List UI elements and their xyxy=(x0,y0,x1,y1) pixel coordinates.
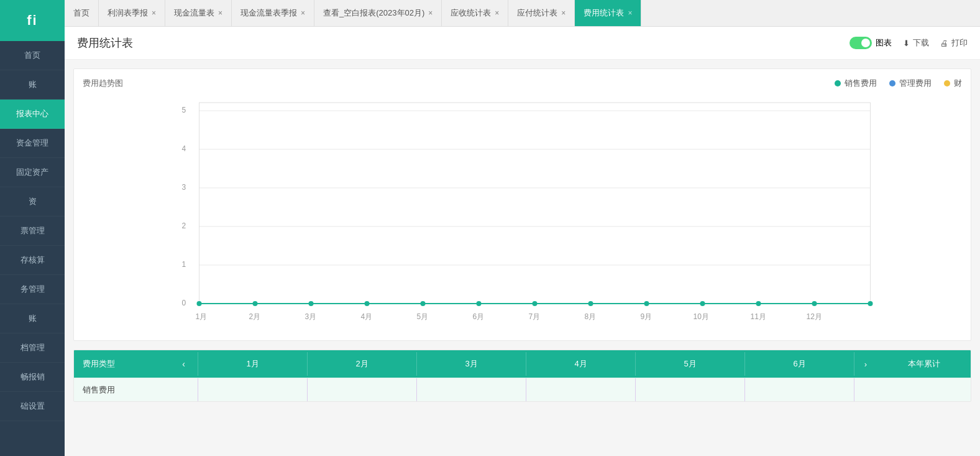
svg-text:11月: 11月 xyxy=(751,312,766,321)
sidebar-item-settings[interactable]: 础设置 xyxy=(0,392,65,421)
th-month-6: 6月 xyxy=(745,352,854,376)
legend-dot-admin xyxy=(889,80,895,86)
svg-point-16 xyxy=(365,301,370,306)
svg-text:1: 1 xyxy=(182,260,186,269)
sidebar-item-assets[interactable]: 固定资产 xyxy=(0,158,65,187)
tab-bar: 首页 利润表季报 × 现金流量表 × 现金流量表季报 × 查看_空白报表(202… xyxy=(65,0,980,27)
next-months-button[interactable]: › xyxy=(854,360,877,369)
header-actions: 图表 ⬇ 下载 🖨 打印 xyxy=(849,37,968,49)
svg-text:2月: 2月 xyxy=(249,312,261,321)
sidebar-item-resources[interactable]: 资 xyxy=(0,187,65,216)
close-tab-2[interactable]: × xyxy=(218,9,222,17)
legend-label-finance: 财 xyxy=(954,78,962,89)
legend-dot-finance xyxy=(944,80,950,86)
sidebar-item-ledger[interactable]: 账 xyxy=(0,304,65,333)
svg-text:7月: 7月 xyxy=(529,312,541,321)
svg-text:4: 4 xyxy=(182,144,186,153)
th-type: 费用类型 ‹ xyxy=(74,352,198,376)
svg-text:3: 3 xyxy=(182,183,186,192)
tab-blank-report[interactable]: 查看_空白报表(2023年02月) × xyxy=(314,0,442,26)
td-m3 xyxy=(417,378,526,401)
close-tab-1[interactable]: × xyxy=(152,9,156,17)
sidebar-item-archives[interactable]: 档管理 xyxy=(0,333,65,363)
svg-point-13 xyxy=(197,301,202,306)
svg-text:10月: 10月 xyxy=(694,312,709,321)
svg-point-24 xyxy=(812,301,817,306)
th-month-4: 4月 xyxy=(526,352,636,376)
sidebar-item-account[interactable]: 账 xyxy=(0,70,65,100)
chart-legend: 销售费用 管理费用 财 xyxy=(835,78,962,89)
tab-cashflow-quarterly[interactable]: 现金流量表季报 × xyxy=(232,0,314,26)
sidebar-item-reimbursement[interactable]: 畅报销 xyxy=(0,363,65,392)
tab-cashflow[interactable]: 现金流量表 × xyxy=(165,0,232,26)
svg-point-20 xyxy=(588,301,593,306)
page-title: 费用统计表 xyxy=(77,35,133,50)
main-area: 首页 利润表季报 × 现金流量表 × 现金流量表季报 × 查看_空白报表(202… xyxy=(65,0,980,456)
td-type: 销售费用 xyxy=(74,378,198,401)
td-m4 xyxy=(526,378,636,401)
chart-title: 费用趋势图 xyxy=(83,78,123,89)
sidebar-item-services[interactable]: 务管理 xyxy=(0,275,65,304)
download-icon: ⬇ xyxy=(903,39,910,48)
svg-text:6月: 6月 xyxy=(473,312,485,321)
svg-text:8月: 8月 xyxy=(585,312,597,321)
svg-point-19 xyxy=(533,301,538,306)
sidebar-item-funds[interactable]: 资金管理 xyxy=(0,129,65,158)
legend-dot-sales xyxy=(835,80,841,86)
svg-text:12月: 12月 xyxy=(807,312,822,321)
tab-payable[interactable]: 应付统计表 × xyxy=(508,0,575,26)
svg-point-21 xyxy=(644,301,649,306)
svg-text:5月: 5月 xyxy=(417,312,429,321)
print-button[interactable]: 🖨 打印 xyxy=(940,37,968,49)
chart-section: 费用趋势图 销售费用 管理费用 财 xyxy=(73,68,971,341)
chart-toggle-label: 图表 xyxy=(876,37,892,49)
legend-admin: 管理费用 xyxy=(889,78,932,89)
tab-profit-quarterly[interactable]: 利润表季报 × xyxy=(99,0,165,26)
svg-text:4月: 4月 xyxy=(361,312,373,321)
chart-container: 5 4 3 2 1 0 xyxy=(83,95,962,332)
prev-months-button[interactable]: ‹ xyxy=(178,359,189,369)
legend-finance: 财 xyxy=(944,78,962,89)
trend-chart: 5 4 3 2 1 0 xyxy=(83,95,962,332)
chart-toggle-wrap: 图表 xyxy=(849,37,892,49)
close-tab-6[interactable]: × xyxy=(561,9,566,17)
th-type-label: 费用类型 xyxy=(83,358,115,370)
tab-expense[interactable]: 费用统计表 × xyxy=(575,0,641,26)
download-button[interactable]: ⬇ 下载 xyxy=(903,37,929,49)
svg-point-14 xyxy=(253,301,258,306)
close-tab-7[interactable]: × xyxy=(628,9,632,17)
expense-table: 费用类型 ‹ 1月 2月 3月 4月 5月 6月 › 本年累计 销售费用 xyxy=(73,350,971,402)
th-month-5: 5月 xyxy=(636,352,745,376)
td-m6 xyxy=(745,378,854,401)
close-tab-5[interactable]: × xyxy=(495,9,499,17)
print-icon: 🖨 xyxy=(940,39,948,48)
td-m2 xyxy=(308,378,417,401)
svg-text:1月: 1月 xyxy=(196,312,208,321)
page-header: 费用统计表 图表 ⬇ 下载 🖨 打印 xyxy=(65,27,980,60)
svg-point-22 xyxy=(700,301,705,306)
sidebar-item-reports[interactable]: 报表中心 xyxy=(0,100,65,129)
svg-point-15 xyxy=(309,301,314,306)
chart-header: 费用趋势图 销售费用 管理费用 财 xyxy=(83,78,962,89)
table-row: 销售费用 xyxy=(74,378,971,401)
svg-point-17 xyxy=(421,301,426,306)
th-month-3: 3月 xyxy=(417,352,526,376)
sidebar-item-inventory[interactable]: 存核算 xyxy=(0,246,65,275)
sidebar-item-home[interactable]: 首页 xyxy=(0,41,65,70)
legend-sales: 销售费用 xyxy=(835,78,877,89)
sidebar-item-invoices[interactable]: 票管理 xyxy=(0,216,65,246)
page-content: 费用统计表 图表 ⬇ 下载 🖨 打印 费用趋势图 xyxy=(65,27,980,456)
svg-text:3月: 3月 xyxy=(305,312,317,321)
chart-toggle[interactable] xyxy=(849,37,872,49)
close-tab-3[interactable]: × xyxy=(301,9,305,17)
close-tab-4[interactable]: × xyxy=(428,9,433,17)
sidebar: fi 首页 账 报表中心 资金管理 固定资产 资 票管理 存核算 务管理 账 档… xyxy=(0,0,65,456)
svg-rect-12 xyxy=(199,103,871,304)
legend-label-sales: 销售费用 xyxy=(845,78,877,89)
svg-point-18 xyxy=(477,301,482,306)
svg-text:0: 0 xyxy=(182,299,186,307)
tab-home[interactable]: 首页 xyxy=(65,0,99,26)
svg-point-23 xyxy=(756,301,761,306)
tab-receivable[interactable]: 应收统计表 × xyxy=(442,0,508,26)
svg-point-25 xyxy=(868,301,873,306)
